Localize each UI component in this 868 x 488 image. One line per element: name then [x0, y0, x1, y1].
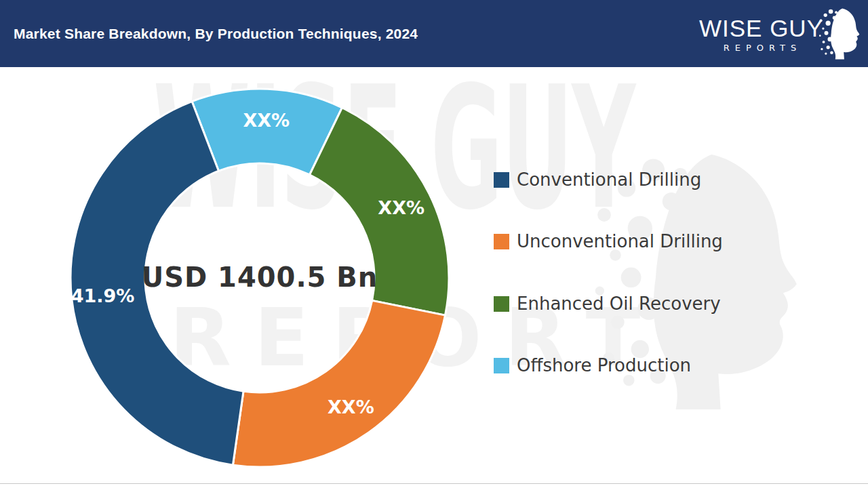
legend-swatch-icon [494, 296, 509, 312]
logo-name: WISE GUY [699, 15, 823, 42]
donut-center-value: USD 1400.5 Bn [124, 262, 395, 293]
segment-value-label: XX% [378, 197, 425, 218]
wise-guy-logo: WISE GUY REPORTS [699, 0, 861, 67]
page-title: Market Share Breakdown, By Production Te… [14, 0, 418, 67]
segment-value-label: XX% [328, 396, 374, 418]
logo-tagline: REPORTS [699, 43, 823, 53]
chart-canvas: WISE GUY REPORTS XX%XX%XX%41.9% USD 1400… [0, 67, 868, 484]
header-bar: Market Share Breakdown, By Production Te… [0, 0, 868, 67]
legend-swatch-icon [494, 172, 509, 188]
legend-label: Offshore Production [517, 355, 691, 375]
legend-swatch-icon [494, 358, 509, 373]
legend-label: Conventional Drilling [517, 169, 701, 190]
legend-swatch-icon [494, 234, 509, 249]
donut-segment-unconventional-drilling[interactable] [233, 300, 445, 467]
logo-head-icon [816, 5, 861, 63]
legend-item-offshore-production[interactable]: Offshore Production [494, 357, 691, 373]
legend-item-conventional-drilling[interactable]: Conventional Drilling [494, 171, 701, 188]
segment-value-label: XX% [243, 110, 290, 131]
legend-label: Unconventional Drilling [517, 231, 723, 251]
legend-item-unconventional-drilling[interactable]: Unconventional Drilling [494, 233, 723, 249]
legend-item-enhanced-oil-recovery[interactable]: Enhanced Oil Recovery [494, 296, 721, 312]
footer-divider [0, 483, 868, 484]
legend-label: Enhanced Oil Recovery [517, 293, 721, 314]
